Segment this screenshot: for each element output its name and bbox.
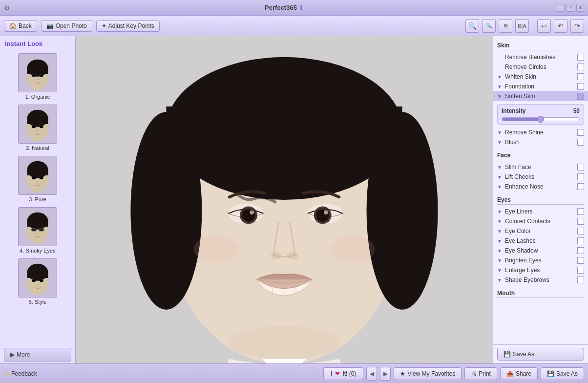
intensity-slider-thumb[interactable]	[537, 116, 544, 123]
arrow-colored-contacts[interactable]: ▼	[497, 219, 503, 224]
compare-view-button[interactable]: ⊞	[499, 19, 512, 33]
instant-look-header: Instant Look	[0, 36, 75, 49]
checkbox-enhance-nose[interactable]	[577, 183, 584, 190]
arrow-whiten-skin[interactable]: ▼	[497, 74, 503, 80]
close-button[interactable]: ✕	[576, 4, 584, 12]
look-label-3: 3. Pure	[29, 196, 46, 202]
arrow-slim-face[interactable]: ▼	[497, 165, 503, 170]
save-as-button-panel[interactable]: 💾 Save As	[497, 348, 584, 361]
checkbox-enlarge-eyes[interactable]	[577, 267, 584, 274]
intensity-slider-track[interactable]	[502, 117, 580, 121]
checkbox-shape-eyebrows[interactable]	[577, 277, 584, 283]
arrow-enlarge-eyes[interactable]: ▼	[497, 268, 503, 273]
arrow-brighten-eyes[interactable]: ▼	[497, 258, 503, 263]
title-bar: ⚙ Perfect365 ℹ — □ ✕	[0, 0, 588, 16]
adjust-key-points-button[interactable]: ✦ Adjust Key Points	[96, 20, 160, 32]
svg-point-52	[324, 210, 328, 214]
save-icon: 💾	[504, 351, 511, 358]
checkbox-eye-lashes[interactable]	[577, 237, 584, 244]
checkbox-eye-shadow[interactable]	[577, 247, 584, 254]
arrow-foundation[interactable]: ▼	[497, 84, 503, 89]
arrow-eye-lashes[interactable]: ▼	[497, 238, 503, 244]
checkbox-blush[interactable]	[577, 139, 584, 146]
checkbox-colored-contacts[interactable]	[577, 218, 584, 225]
checkbox-remove-blemishes[interactable]	[577, 54, 584, 61]
panel-item-colored-contacts: ▼ Colored Contacts	[497, 216, 584, 226]
svg-rect-33	[27, 271, 48, 278]
checkbox-eye-color[interactable]	[577, 228, 584, 234]
arrow-remove-shine[interactable]: ▼	[497, 130, 503, 135]
minimize-button[interactable]: —	[557, 4, 565, 12]
arrow-soften-skin[interactable]: ▼	[497, 94, 503, 99]
checkbox-soften-skin[interactable]	[577, 93, 584, 100]
arrow-eye-liners[interactable]: ▼	[497, 209, 503, 214]
restore-button[interactable]: □	[567, 4, 574, 12]
look-label-2: 2. Natural	[26, 145, 49, 151]
panel-item-brighten-eyes: ▼ Brighten Eyes	[497, 255, 584, 265]
panel-scroll: Skin Remove Blemishes Remove Circles ▼ W…	[493, 36, 588, 344]
svg-point-43	[130, 112, 202, 310]
checkbox-whiten-skin[interactable]	[577, 73, 584, 80]
arrow-enhance-nose[interactable]: ▼	[497, 184, 503, 190]
view-my-favorites-button[interactable]: ★ View My Favorites	[394, 367, 462, 380]
feedback-button[interactable]: ⚠ Feedback	[4, 370, 37, 377]
undo2-button[interactable]: ↶	[554, 19, 567, 33]
more-button[interactable]: ▶ More	[4, 348, 71, 362]
toolbar-icons: 🔍 🔍 ⊞ B|A ↩ ↶ ↷	[465, 19, 584, 33]
arrow-eye-shadow[interactable]: ▼	[497, 248, 503, 254]
checkbox-foundation[interactable]	[577, 83, 584, 90]
checkbox-slim-face[interactable]	[577, 164, 584, 170]
zoom-out-button[interactable]: 🔍	[482, 19, 496, 33]
svg-point-20	[37, 182, 39, 183]
like-button[interactable]: I ❤ it! (0)	[323, 367, 364, 380]
arrow-shape-eyebrows[interactable]: ▼	[497, 277, 503, 283]
panel-item-soften-skin[interactable]: ▼ Soften Skin	[493, 91, 588, 101]
svg-point-11	[32, 126, 36, 128]
svg-rect-17	[27, 169, 48, 175]
redo-button[interactable]: ↷	[570, 19, 584, 33]
intensity-label: Intensity	[502, 107, 525, 114]
like-prev-button[interactable]: ◀	[366, 367, 377, 381]
adjust-icon: ✦	[102, 22, 106, 29]
save-as-button[interactable]: 💾 Save As	[541, 367, 584, 380]
star-icon: ★	[400, 370, 405, 377]
svg-rect-42	[166, 106, 402, 172]
panel-item-remove-shine: ▼ Remove Shine	[497, 128, 584, 137]
share-button[interactable]: 📤 Share	[500, 367, 538, 380]
undo-button[interactable]: ↩	[537, 19, 551, 33]
panel-item-foundation: ▼ Foundation	[497, 82, 584, 91]
look-item-5[interactable]: 5. Style	[2, 256, 73, 307]
svg-point-54	[287, 253, 298, 259]
bia-button[interactable]: B|A	[515, 19, 529, 33]
checkbox-lift-cheeks[interactable]	[577, 173, 584, 180]
arrow-lift-cheeks[interactable]: ▼	[497, 174, 503, 180]
more-icon: ▶	[10, 351, 15, 358]
look-item-2[interactable]: 2. Natural	[2, 103, 73, 153]
svg-point-18	[32, 177, 36, 179]
arrow-eye-color[interactable]: ▼	[497, 229, 503, 234]
look-label-5: 5. Style	[29, 299, 47, 305]
settings-icon: ⚙	[4, 4, 10, 12]
look-item-3[interactable]: 3. Pure	[2, 154, 73, 204]
main-content: Instant Look	[0, 36, 588, 363]
arrow-blush[interactable]: ▼	[497, 140, 503, 145]
look-item-4[interactable]: 4. Smoky Eyes	[2, 205, 73, 255]
info-icon[interactable]: ℹ	[300, 4, 302, 11]
look-label-4: 4. Smoky Eyes	[20, 248, 55, 254]
checkbox-remove-circles[interactable]	[577, 64, 584, 70]
look-list: 1. Organic 2. Natural	[0, 49, 75, 346]
photo-display	[76, 36, 493, 363]
skin-section-header: Skin	[497, 40, 584, 50]
like-next-button[interactable]: ▶	[380, 367, 391, 381]
checkbox-remove-shine[interactable]	[577, 129, 584, 136]
back-button[interactable]: 🏠 Back	[4, 20, 37, 32]
svg-point-34	[32, 279, 36, 282]
zoom-in-button[interactable]: 🔍	[465, 19, 479, 33]
panel-item-remove-circles: Remove Circles	[497, 62, 584, 72]
print-button[interactable]: 🖨 Print	[464, 367, 497, 380]
checkbox-eye-liners[interactable]	[577, 208, 584, 215]
look-item-1[interactable]: 1. Organic	[2, 51, 73, 102]
look-thumb-4	[18, 207, 57, 246]
open-photo-button[interactable]: 📷 Open Photo	[41, 20, 92, 32]
checkbox-brighten-eyes[interactable]	[577, 257, 584, 264]
